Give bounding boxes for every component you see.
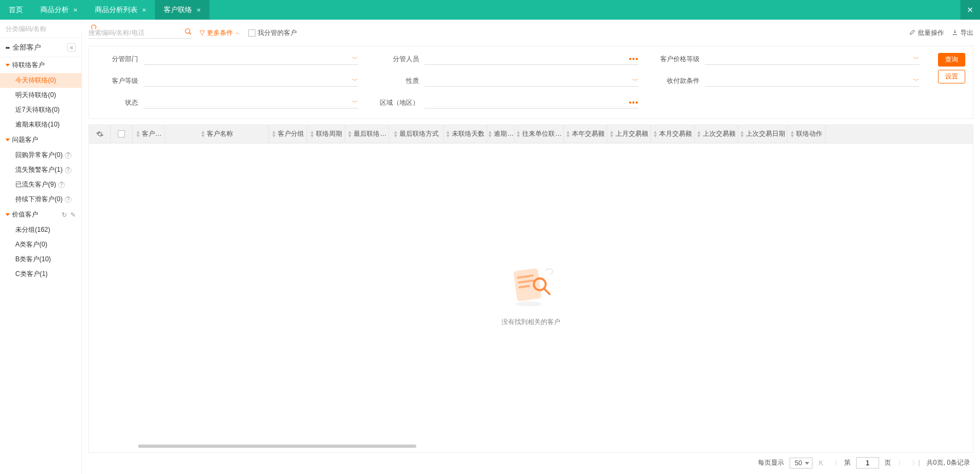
tab-label: 客户联络 [164, 5, 192, 15]
column-label: 未联络天数 [452, 129, 485, 139]
column-header[interactable]: ▲▼逾期… [487, 125, 515, 143]
per-page-label: 每页显示 [758, 458, 784, 467]
sidebar-section-title[interactable]: 价值客户↻✎ [0, 207, 81, 223]
filter-person-input[interactable]: ••• [425, 53, 639, 65]
close-icon[interactable]: ✕ [196, 7, 201, 13]
horizontal-scrollbar[interactable] [89, 443, 973, 449]
column-header[interactable]: ▲▼联络动作 [787, 125, 826, 143]
query-button[interactable]: 查询 [938, 53, 965, 67]
sidebar-item-label: 逾期未联络(10) [15, 120, 59, 129]
close-icon[interactable]: ✕ [142, 7, 146, 13]
tab-bar: 首页 商品分析✕ 商品分析列表✕ 客户联络✕ ✕ [0, 0, 980, 20]
refresh-icon[interactable]: ↻ [62, 211, 67, 219]
page-summary: 共0页, 0条记录 [927, 458, 970, 467]
more-conditions-label: 更多条件 [207, 28, 233, 38]
column-header[interactable]: ▲▼往来单位联… [515, 125, 564, 143]
filter-label: 分管人员 [380, 55, 419, 64]
tab-product-analysis[interactable]: 商品分析✕ [32, 0, 86, 20]
sidebar-item[interactable]: C类客户(1) [0, 267, 81, 281]
sidebar-item[interactable]: B类客户(10) [0, 252, 81, 267]
column-header[interactable]: ▲▼联络周期 [307, 125, 345, 143]
sidebar-section-title[interactable]: 待联络客户 [0, 57, 81, 73]
edit-icon [909, 29, 916, 37]
sidebar-section-title[interactable]: 问题客户 [0, 132, 81, 148]
sidebar-item[interactable]: 明天待联络(0) [0, 88, 81, 103]
sort-icon: ▲▼ [516, 130, 521, 138]
sidebar-item[interactable]: A类客户(0) [0, 237, 81, 252]
sidebar-item-label: 明天待联络(0) [15, 91, 56, 100]
sidebar-search-input[interactable] [5, 25, 87, 33]
all-customers-label[interactable]: 全部客户 [13, 43, 41, 52]
column-header[interactable]: ▲▼最后联络方式 [389, 125, 444, 143]
last-page-button[interactable]: 〉| [911, 458, 921, 467]
per-page-select[interactable]: 50 [790, 458, 812, 469]
sort-icon: ▲▼ [310, 130, 315, 138]
column-header[interactable]: ▲▼上次交易额 [695, 125, 738, 143]
sort-icon: ▲▼ [201, 130, 206, 138]
filter-nature-input[interactable]: ﹀ [425, 75, 639, 87]
search-input[interactable] [88, 29, 184, 37]
sort-icon: ▲▼ [790, 130, 795, 138]
sidebar-item[interactable]: 流失预警客户(1)? [0, 163, 81, 177]
column-label: 本月交易额 [659, 129, 692, 139]
column-header[interactable]: ▲▼最后联络… [345, 125, 389, 143]
collapse-sidebar-icon[interactable]: « [67, 43, 76, 52]
empty-state: 没有找到相关的客户 [89, 143, 973, 443]
column-label: 联络动作 [796, 129, 822, 139]
help-icon[interactable]: ? [65, 167, 71, 173]
page-input[interactable] [856, 457, 879, 469]
close-all-tabs-button[interactable]: ✕ [960, 0, 980, 20]
filter-region-input[interactable]: ••• [425, 97, 639, 109]
filter-payment-input[interactable]: ﹀ [705, 75, 919, 87]
ellipsis-icon: ••• [629, 98, 639, 107]
sidebar-item[interactable]: 逾期未联络(10) [0, 117, 81, 132]
section-label: 价值客户 [12, 210, 38, 219]
filter-customer-level-input[interactable]: ﹀ [144, 75, 358, 87]
tab-product-analysis-list[interactable]: 商品分析列表✕ [86, 0, 155, 20]
filter-label: 客户等级 [99, 76, 138, 86]
column-settings-button[interactable] [89, 125, 111, 143]
sidebar-item[interactable]: 已流失客户(9)? [0, 177, 81, 192]
batch-ops-button[interactable]: 批量操作 [909, 28, 944, 38]
sidebar-item[interactable]: 近7天待联络(0) [0, 103, 81, 117]
sidebar-item[interactable]: 持续下滑客户(0)? [0, 192, 81, 207]
sidebar-item-label: 已流失客户(9) [15, 180, 56, 189]
caret-down-icon [5, 64, 10, 67]
column-header[interactable]: ▲▼未联络天数 [444, 125, 487, 143]
sidebar-item[interactable]: 今天待联络(0) [0, 73, 81, 88]
filter-status-input[interactable]: ﹀ [144, 97, 358, 109]
help-icon[interactable]: ? [65, 152, 71, 159]
sidebar-item[interactable]: 回购异常客户(0)? [0, 148, 81, 163]
tab-home[interactable]: 首页 [0, 0, 32, 20]
next-page-button[interactable]: 〉 [897, 458, 905, 467]
export-icon [952, 29, 958, 37]
column-header[interactable]: ▲▼上月交易额 [607, 125, 651, 143]
sidebar-item[interactable]: 未分组(162) [0, 223, 81, 237]
tab-label: 首页 [9, 5, 23, 15]
content: ▽ 更多条件 ︿ 我分管的客户 批量操作 导出 [82, 20, 980, 474]
column-header[interactable]: ▲▼上次交易日期 [738, 125, 787, 143]
chevron-down-icon: ﹀ [913, 55, 919, 63]
filter-dept-input[interactable]: ﹀ [144, 53, 358, 65]
filter-price-level-input[interactable]: ﹀ [705, 53, 919, 65]
edit-icon[interactable]: ✎ [70, 211, 76, 219]
tab-customer-contact[interactable]: 客户联络✕ [155, 0, 210, 20]
help-icon[interactable]: ? [58, 182, 65, 188]
sort-icon: ▲▼ [566, 130, 571, 138]
column-header[interactable]: ▲▼客户名称 [165, 125, 269, 143]
export-button[interactable]: 导出 [952, 28, 973, 38]
column-header[interactable]: ▲▼客户分组 [269, 125, 307, 143]
column-header[interactable]: ▲▼本月交易额 [651, 125, 695, 143]
my-customers-checkbox[interactable] [248, 29, 255, 37]
help-icon[interactable]: ? [65, 196, 71, 203]
settings-button[interactable]: 设置 [938, 70, 965, 83]
select-all-checkbox[interactable] [111, 125, 133, 143]
more-conditions-toggle[interactable]: ▽ 更多条件 ︿ [200, 28, 241, 38]
prev-page-button[interactable]: 〈 [830, 458, 839, 467]
first-page-button[interactable]: K [818, 459, 824, 467]
search-icon[interactable] [184, 28, 192, 37]
export-label: 导出 [960, 28, 973, 38]
column-header[interactable]: ▲▼本年交易额 [564, 125, 607, 143]
column-header[interactable]: ▲▼客户… [133, 125, 165, 143]
close-icon[interactable]: ✕ [73, 7, 77, 13]
